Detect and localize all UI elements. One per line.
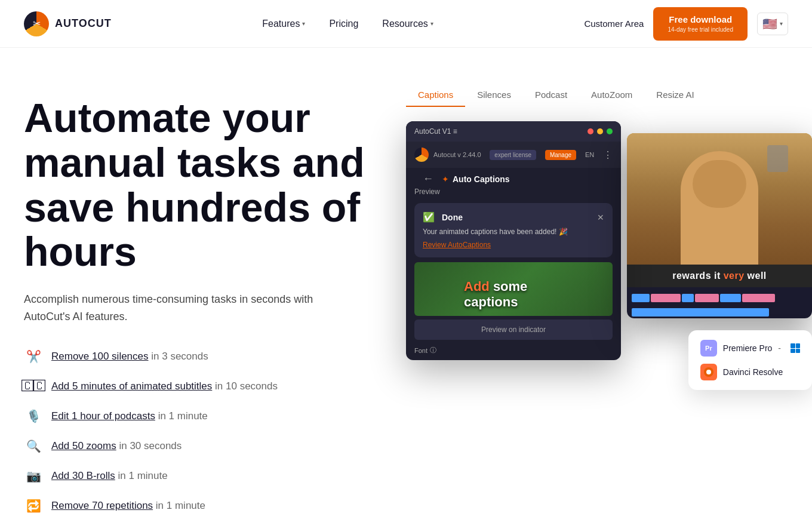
preview-indicator-button[interactable]: Preview on indicator [414,320,613,340]
premiere-row: Pr Premiere Pro - [700,340,800,357]
features-nav-item[interactable]: Features ▾ [253,14,315,34]
app-titlebar: AutoCut V1 ≡ [406,121,621,142]
app-preview-video: Add some captions [414,262,613,316]
done-message: Your animated captions have been added! … [423,228,604,236]
app-logo-row: Autocut v 2.44.0 [414,148,481,162]
auto-captions-icon: ✦ [442,174,449,184]
app-title-text: AutoCut V1 ≡ [414,127,457,136]
demo-container: AutoCut V1 ≡ Autocut v 2.44.0 expert lic… [406,121,800,378]
free-download-button[interactable]: Free download 14-day free trial included [653,7,748,41]
captions-icon: 🄲🄲 [24,377,43,396]
seg [720,294,741,302]
software-card: Pr Premiere Pro - [688,330,812,390]
timeline-segments-2 [632,308,807,317]
subtitles-link[interactable]: Add 5 minutes of animated subtitles [51,380,212,392]
premiere-logo: Pr [700,340,717,357]
language-selector[interactable]: 🇺🇸 ▾ [757,13,788,35]
features-label: Features [262,19,300,29]
list-item: 🄲🄲 Add 5 minutes of animated subtitles i… [24,377,370,396]
hero-section: Automate your manual tasks and save hund… [0,48,812,513]
list-item: 🎙️ Edit 1 hour of podcasts in 1 minute [24,407,370,426]
nav-links: Features ▾ Pricing Resources ▾ [253,14,443,34]
resources-nav-item[interactable]: Resources ▾ [373,14,442,34]
seg [695,294,719,302]
logo[interactable]: AUTOCUT [24,11,112,36]
logo-icon [24,11,49,36]
software-separator: - [778,343,781,353]
premiere-platforms [787,343,800,353]
navbar: AUTOCUT Features ▾ Pricing Resources ▾ C… [0,0,812,48]
seg [682,294,694,302]
broll-icon: 📷 [24,466,43,486]
app-back-button[interactable]: ← [414,173,442,185]
app-window: AutoCut V1 ≡ Autocut v 2.44.0 expert lic… [406,121,621,360]
hero-right: Captions Silences Podcast AutoZoom Resiz… [370,84,800,378]
nav-right: Customer Area Free download 14-day free … [584,7,788,41]
features-chevron-icon: ▾ [302,20,305,27]
davinci-name: Davinci Resolve [723,367,783,377]
app-menu-dots[interactable]: ⋮ [603,149,613,161]
seg-long [632,308,769,317]
davinci-row: Davinci Resolve [700,364,800,380]
video-timeline [627,287,812,318]
list-item: 📷 Add 30 B-rolls in 1 minute [24,466,370,486]
preview-label: Preview [406,185,621,198]
font-label: Font ⓘ [406,343,621,357]
app-version: Autocut v 2.44.0 [433,151,481,158]
app-manage-button[interactable]: Manage [545,150,576,160]
done-header: ✅ Done ✕ [423,211,604,223]
customer-area-link[interactable]: Customer Area [584,19,644,29]
tab-silences[interactable]: Silences [465,84,523,107]
pricing-label: Pricing [329,19,358,29]
repeat-icon: 🔁 [24,496,43,513]
tab-captions[interactable]: Captions [406,84,465,107]
font-info-icon: ⓘ [430,346,436,355]
list-item: 🔍 Add 50 zooms in 30 seconds [24,437,370,456]
demo-tabs: Captions Silences Podcast AutoZoom Resiz… [406,84,706,107]
app-license: expert license [490,150,536,160]
seg [632,294,650,302]
microphone-icon: 🎙️ [24,407,43,426]
video-overlay: rewards it very well [627,133,812,318]
resources-chevron-icon: ▾ [430,20,433,27]
language-chevron-icon: ▾ [780,20,783,27]
repetitions-link[interactable]: Remove 70 repetitions [51,500,153,511]
timeline-row-1 [632,292,807,304]
zooms-link[interactable]: Add 50 zooms [51,440,116,451]
premiere-name: Premiere Pro [723,343,772,353]
video-person [627,133,812,265]
silences-link[interactable]: Remove 100 silences [51,351,149,362]
done-title: Done [442,213,463,222]
davinci-logo [700,364,717,380]
brand-name: AUTOCUT [55,17,112,30]
seg [651,294,681,302]
svg-point-1 [706,370,711,374]
resources-label: Resources [382,19,427,29]
timeline-segments-1 [632,294,807,302]
seg [742,294,775,302]
features-list: ✂️ Remove 100 silences in 3 seconds 🄲🄲 A… [24,347,370,513]
brolls-link[interactable]: Add 30 B-rolls [51,470,115,481]
minimize-dot[interactable] [597,128,603,134]
maximize-dot[interactable] [607,128,613,134]
caption-highlight-very: very [724,271,745,281]
list-item: 🔁 Remove 70 repetitions in 1 minute [24,496,370,513]
done-popup: ✅ Done ✕ Your animated captions have bee… [414,203,613,257]
close-dot[interactable] [588,128,593,134]
windows-icon [791,343,800,353]
list-item: ✂️ Remove 100 silences in 3 seconds [24,347,370,366]
app-header: Autocut v 2.44.0 expert license Manage E… [406,142,621,168]
done-close-button[interactable]: ✕ [597,213,604,222]
podcasts-link[interactable]: Edit 1 hour of podcasts [51,410,155,422]
app-language[interactable]: EN [585,151,594,158]
tab-autozoom[interactable]: AutoZoom [579,84,644,107]
pricing-nav-item[interactable]: Pricing [319,14,368,34]
window-controls [588,128,613,134]
hero-subtitle: Accomplish numerous time-consuming tasks… [24,291,322,325]
tab-resize-ai[interactable]: Resize AI [644,84,706,107]
app-logo-small [414,148,429,162]
tab-podcast[interactable]: Podcast [523,84,579,107]
scissors-icon: ✂️ [24,347,43,366]
review-captions-link[interactable]: Review AutoCaptions [423,241,604,249]
hero-left: Automate your manual tasks and save hund… [24,84,370,513]
